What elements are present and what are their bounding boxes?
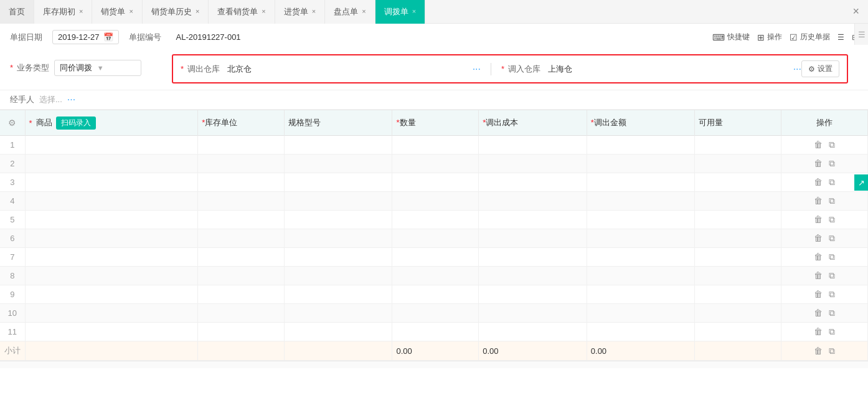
row-cost[interactable]	[479, 173, 587, 192]
tab-close-inventory-init[interactable]: ×	[79, 8, 83, 15]
biz-type-field[interactable]: 同价调拨 ▼	[54, 60, 141, 76]
delete-icon[interactable]: 🗑	[814, 289, 823, 299]
row-available[interactable]	[695, 323, 781, 341]
date-field[interactable]: 2019-12-27 📅	[52, 30, 119, 44]
row-available[interactable]	[695, 248, 781, 267]
delete-icon[interactable]: 🗑	[814, 214, 823, 224]
row-available[interactable]	[695, 173, 781, 192]
row-product[interactable]	[25, 192, 198, 211]
history-btn[interactable]: ☑ 历史单据	[790, 32, 830, 42]
row-product[interactable]	[25, 323, 198, 341]
delete-icon[interactable]: 🗑	[814, 177, 823, 187]
row-unit[interactable]	[198, 285, 285, 304]
row-unit[interactable]	[198, 192, 285, 211]
row-product[interactable]	[25, 304, 198, 323]
tab-inventory-init[interactable]: 库存期初 ×	[34, 0, 92, 24]
tab-close-inventory-count[interactable]: ×	[362, 8, 366, 15]
row-unit[interactable]	[198, 155, 285, 173]
tab-close-sales-history[interactable]: ×	[196, 8, 199, 15]
row-spec[interactable]	[284, 173, 392, 192]
row-product[interactable]	[25, 136, 198, 155]
row-amount[interactable]	[587, 136, 695, 155]
row-cost[interactable]	[479, 229, 587, 248]
row-cost[interactable]	[479, 211, 587, 229]
row-spec[interactable]	[284, 285, 392, 304]
row-spec[interactable]	[284, 211, 392, 229]
row-qty[interactable]	[392, 136, 479, 155]
tab-view-sales[interactable]: 查看销货单 ×	[209, 0, 275, 24]
row-qty[interactable]	[392, 155, 479, 173]
col-gear-btn[interactable]: ⚙	[5, 115, 20, 130]
row-product[interactable]	[25, 211, 198, 229]
row-unit[interactable]	[198, 248, 285, 267]
shortcut-btn[interactable]: ⌨ 快捷键	[712, 32, 750, 42]
row-spec[interactable]	[284, 136, 392, 155]
row-qty[interactable]	[392, 229, 479, 248]
row-available[interactable]	[695, 211, 781, 229]
side-doc-icon[interactable]: ☰	[855, 26, 869, 42]
tab-sales-history[interactable]: 销货单历史 ×	[143, 0, 209, 24]
list-view-btn[interactable]: ☰	[837, 33, 844, 42]
tab-sales-order[interactable]: 销货单 ×	[92, 0, 142, 24]
row-spec[interactable]	[284, 267, 392, 285]
row-cost[interactable]	[479, 192, 587, 211]
row-qty[interactable]	[392, 267, 479, 285]
row-cost[interactable]	[479, 248, 587, 267]
copy-icon[interactable]: ⧉	[829, 233, 835, 243]
row-qty[interactable]	[392, 323, 479, 341]
tab-close-view-sales[interactable]: ×	[262, 8, 265, 15]
row-spec[interactable]	[284, 155, 392, 173]
delete-icon[interactable]: 🗑	[814, 233, 823, 243]
delete-icon[interactable]: 🗑	[814, 252, 823, 262]
handler-select[interactable]: 选择...	[39, 94, 62, 105]
row-product[interactable]	[25, 173, 198, 192]
row-available[interactable]	[695, 229, 781, 248]
tab-bar-close-btn[interactable]: ×	[844, 0, 868, 24]
row-product[interactable]	[25, 155, 198, 173]
row-available[interactable]	[695, 285, 781, 304]
handler-more-btn[interactable]: ···	[67, 94, 75, 105]
copy-icon[interactable]: ⧉	[829, 140, 835, 150]
row-qty[interactable]	[392, 173, 479, 192]
copy-icon[interactable]: ⧉	[829, 158, 835, 168]
copy-icon[interactable]: ⧉	[829, 270, 835, 280]
row-amount[interactable]	[587, 323, 695, 341]
row-qty[interactable]	[392, 211, 479, 229]
row-available[interactable]	[695, 192, 781, 211]
row-cost[interactable]	[479, 323, 587, 341]
row-amount[interactable]	[587, 304, 695, 323]
delete-icon[interactable]: 🗑	[814, 326, 823, 336]
copy-icon[interactable]: ⧉	[829, 214, 835, 224]
row-spec[interactable]	[284, 304, 392, 323]
row-spec[interactable]	[284, 229, 392, 248]
delete-icon[interactable]: 🗑	[814, 158, 823, 168]
tab-close-transfer-order[interactable]: ×	[412, 8, 416, 15]
row-spec[interactable]	[284, 192, 392, 211]
row-available[interactable]	[695, 304, 781, 323]
row-spec[interactable]	[284, 248, 392, 267]
subtotal-copy-icon[interactable]: ⧉	[829, 346, 835, 356]
row-unit[interactable]	[198, 211, 285, 229]
row-cost[interactable]	[479, 155, 587, 173]
row-unit[interactable]	[198, 229, 285, 248]
side-export-icon[interactable]: ↗	[854, 174, 868, 191]
row-unit[interactable]	[198, 267, 285, 285]
row-product[interactable]	[25, 267, 198, 285]
row-available[interactable]	[695, 155, 781, 173]
row-unit[interactable]	[198, 173, 285, 192]
row-spec[interactable]	[284, 323, 392, 341]
bottom-scrollbar[interactable]	[0, 361, 868, 368]
row-qty[interactable]	[392, 285, 479, 304]
copy-icon[interactable]: ⧉	[829, 252, 835, 262]
delete-icon[interactable]: 🗑	[814, 196, 823, 206]
row-product[interactable]	[25, 248, 198, 267]
operation-btn[interactable]: ⊞ 操作	[757, 32, 782, 42]
row-product[interactable]	[25, 285, 198, 304]
row-amount[interactable]	[587, 173, 695, 192]
row-qty[interactable]	[392, 192, 479, 211]
tab-transfer-order[interactable]: 调拨单 ×	[375, 0, 425, 24]
settings-btn[interactable]: ⚙ 设置	[801, 60, 839, 77]
row-amount[interactable]	[587, 229, 695, 248]
row-cost[interactable]	[479, 136, 587, 155]
scan-btn[interactable]: 扫码录入	[56, 117, 96, 130]
